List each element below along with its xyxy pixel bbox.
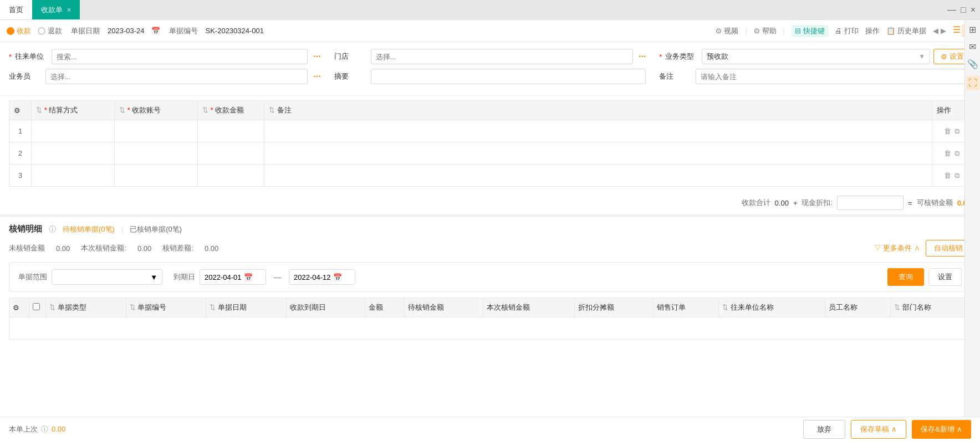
- table-gear-header[interactable]: ⚙: [9, 101, 32, 120]
- unverified-label: 未核销金额: [9, 243, 45, 253]
- filter-settings-button[interactable]: 设置: [928, 268, 962, 286]
- video-label: 视频: [724, 26, 738, 36]
- sidebar-clip-icon[interactable]: 📎: [967, 59, 978, 69]
- counterparty-input[interactable]: [52, 49, 308, 64]
- date-to-picker[interactable]: 2022-04-12 📅: [289, 269, 355, 285]
- right-sidebar: ⊞ ✉ 📎 ⛶: [964, 20, 980, 441]
- filter-row: 单据范围 ▼ 到期日 2022-04-01 📅 — 2022-04-12 📅: [9, 262, 971, 292]
- cash-discount-input[interactable]: [837, 196, 904, 210]
- window-minimize-btn[interactable]: —: [947, 5, 956, 15]
- equals-sign: =: [908, 199, 912, 207]
- window-maximize-btn[interactable]: □: [961, 5, 966, 15]
- auto-hx-label: 自动核销: [934, 244, 963, 252]
- radio-collection[interactable]: 收款: [7, 26, 31, 36]
- store-more-btn[interactable]: ···: [639, 52, 646, 61]
- history-label: 历史单据: [897, 26, 926, 36]
- save-draft-button[interactable]: 保存草稿 ∧: [851, 420, 906, 439]
- print-btn[interactable]: 🖨 打印: [835, 26, 859, 36]
- counterparty-field: * 往来单位 ···: [9, 49, 321, 64]
- radio-refund[interactable]: 退款: [38, 26, 62, 36]
- pending-hx-tab[interactable]: 待核销单据(0笔): [63, 224, 115, 234]
- row1-amount[interactable]: [198, 120, 264, 142]
- date-from-picker[interactable]: 2022-04-01 📅: [200, 269, 266, 285]
- bottom-gear-header[interactable]: ⚙: [9, 298, 29, 317]
- row2-account[interactable]: [115, 142, 198, 165]
- bill-date-label: 单据日期: [71, 26, 100, 36]
- bottom-checkbox-header[interactable]: [29, 298, 46, 317]
- calendar-icon[interactable]: 📅: [151, 27, 160, 35]
- select-all-checkbox[interactable]: [33, 303, 40, 310]
- calendar-from-icon: 📅: [244, 273, 253, 281]
- tab-collection[interactable]: 收款单 ×: [32, 0, 80, 19]
- window-close-btn[interactable]: ×: [971, 5, 976, 15]
- row1-remark[interactable]: [264, 120, 932, 142]
- hx-stats-right: ▽ 更多条件 ∧ 自动核销: [874, 240, 971, 257]
- more-conditions-btn[interactable]: ▽ 更多条件 ∧: [874, 243, 920, 253]
- remark-field: 备注: [659, 69, 971, 84]
- hx-info-icon[interactable]: ⓘ: [49, 224, 56, 234]
- tab-home[interactable]: 首页: [0, 0, 32, 19]
- operation-label: 操作: [865, 26, 880, 36]
- business-type-select[interactable]: 预收款 ▼: [702, 49, 930, 64]
- sidebar-expand-icon[interactable]: ⛶: [966, 76, 979, 90]
- row2-copy-icon[interactable]: ⧉: [955, 149, 959, 158]
- row3-settlement[interactable]: [32, 165, 115, 187]
- row1-copy-icon[interactable]: ⧉: [955, 127, 959, 136]
- store-field: 门店 ···: [334, 49, 646, 64]
- range-select[interactable]: ▼: [52, 269, 162, 285]
- save-draft-chevron[interactable]: ∧: [891, 425, 897, 433]
- query-button[interactable]: 查询: [887, 268, 924, 286]
- row3-amount[interactable]: [198, 165, 264, 187]
- row2-remark[interactable]: [264, 142, 932, 165]
- remark-input[interactable]: [696, 69, 971, 84]
- row2-settlement[interactable]: [32, 142, 115, 165]
- row2-delete-icon[interactable]: 🗑: [944, 149, 951, 158]
- row1-action-icons: 🗑 ⧉: [937, 127, 966, 136]
- row3-account[interactable]: [115, 165, 198, 187]
- sidebar-email-icon[interactable]: ✉: [969, 42, 976, 52]
- save-new-button[interactable]: 保存&新增 ∧: [912, 420, 971, 439]
- form-row-2: 业务员 ··· 摘要 备注: [9, 69, 971, 84]
- row3-remark[interactable]: [264, 165, 932, 187]
- bill-number-label: 单据编号: [169, 26, 198, 36]
- video-btn[interactable]: ⊙ 视频: [716, 26, 738, 36]
- shortcut-btn[interactable]: ⊟ 快捷键: [792, 25, 828, 37]
- row1-account[interactable]: [115, 120, 198, 142]
- col-amount-header: ⇅ * 收款金额: [198, 101, 264, 120]
- current-hx-value: 0.00: [137, 244, 151, 253]
- form-row-1: * 往来单位 ··· 门店 ··· * 业务类型 预收款 ▼ ⚙: [9, 49, 971, 64]
- salesperson-input[interactable]: [45, 69, 308, 84]
- sidebar-table-icon[interactable]: ⊞: [969, 24, 976, 35]
- bottom-label: 本单上次: [9, 424, 38, 434]
- abandon-button[interactable]: 放弃: [803, 420, 845, 439]
- save-new-chevron[interactable]: ∧: [957, 425, 962, 433]
- row2-amount[interactable]: [198, 142, 264, 165]
- operation-btn[interactable]: 操作: [865, 26, 880, 36]
- toolbar-right: ⊙ 视频 | ⊙ 帮助 | ⊟ 快捷键 🖨 打印 操作 📋 历史单据: [716, 24, 973, 37]
- counterparty-more-btn[interactable]: ···: [313, 52, 320, 61]
- business-type-label: 业务类型: [665, 52, 698, 61]
- store-input[interactable]: [371, 49, 633, 64]
- date-filter: 到期日 2022-04-01 📅 — 2022-04-12 📅: [173, 269, 355, 285]
- current-hx-label: 本次核销金额:: [81, 243, 126, 253]
- row3-delete-icon[interactable]: 🗑: [944, 171, 951, 180]
- help-btn[interactable]: ⊙ 帮助: [754, 26, 777, 36]
- row1-delete-icon[interactable]: 🗑: [944, 127, 951, 136]
- summary-input[interactable]: [371, 69, 646, 84]
- print-label: 打印: [844, 26, 859, 36]
- form-section: * 往来单位 ··· 门店 ··· * 业务类型 预收款 ▼ ⚙: [0, 42, 980, 96]
- unverified-value: 0.00: [56, 244, 70, 253]
- tab-close-btn[interactable]: ×: [67, 6, 71, 14]
- tab-bar-right: — □ ×: [947, 5, 980, 15]
- row3-copy-icon[interactable]: ⧉: [955, 171, 959, 180]
- nav-right-icon[interactable]: ▶: [941, 27, 946, 35]
- done-hx-tab[interactable]: 已核销单据(0笔): [130, 224, 182, 234]
- layout-list-icon[interactable]: ☰: [953, 24, 961, 37]
- help-icon: ⊙: [754, 27, 760, 35]
- row1-settlement[interactable]: [32, 120, 115, 142]
- info-icon: ⓘ: [41, 424, 48, 434]
- salesperson-more-btn[interactable]: ···: [313, 71, 320, 81]
- history-btn[interactable]: 📋 历史单据: [886, 26, 926, 36]
- nav-left-icon[interactable]: ◀: [933, 27, 938, 35]
- sort-bill-type: ⇅: [49, 303, 55, 311]
